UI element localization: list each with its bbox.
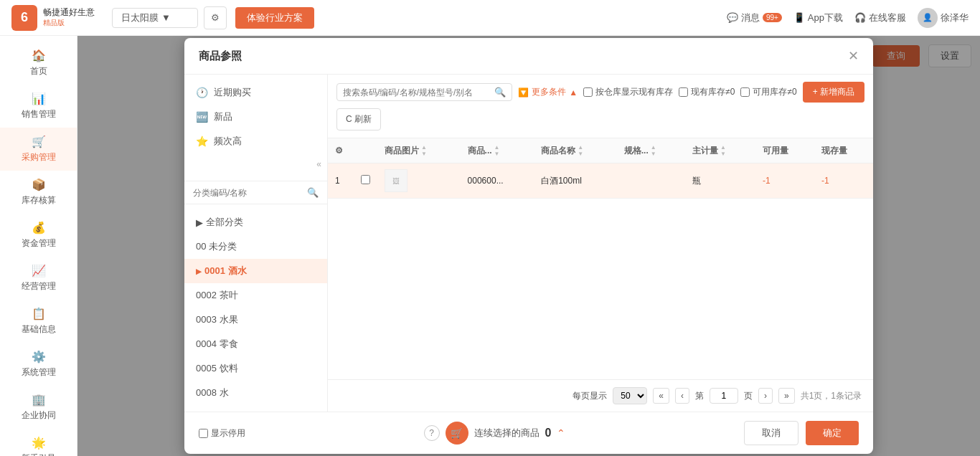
- category-list: ▶ 全部分类 00 未分类 ▶ 0001 酒水 0002 茶: [184, 204, 327, 412]
- sidebar-item-finance[interactable]: 💰 资金管理: [0, 214, 77, 257]
- cart-collapse-icon[interactable]: ⌃: [557, 427, 565, 439]
- th-code-label: 商品...: [468, 145, 492, 157]
- table-row[interactable]: 1 🖼: [328, 163, 873, 199]
- th-unit[interactable]: 主计量 ▲▼: [685, 138, 755, 163]
- last-page-btn[interactable]: »: [778, 388, 795, 404]
- show-disabled-checkbox-label[interactable]: 显示停用: [199, 427, 245, 440]
- row-num: 1: [328, 163, 354, 199]
- category-0003[interactable]: 0003 水果: [184, 308, 327, 332]
- nonzero-stock-checkbox-label[interactable]: 现有库存≠0: [679, 86, 735, 98]
- category-0010[interactable]: 0010 家电: [184, 405, 327, 412]
- sidebar-item-label: 采购管理: [22, 151, 56, 163]
- sidebar-item-basics[interactable]: 📋 基础信息: [0, 300, 77, 343]
- category-0002[interactable]: 0002 茶叶: [184, 283, 327, 308]
- customer-service-btn[interactable]: 🎧 在线客服: [854, 11, 906, 24]
- category-00[interactable]: 00 未分类: [184, 234, 327, 259]
- show-disabled-checkbox[interactable]: [199, 429, 208, 438]
- available-stock-checkbox[interactable]: [740, 87, 750, 97]
- per-page-select[interactable]: 50: [613, 387, 647, 404]
- avatar: 👤: [918, 8, 938, 28]
- logo-sub: 精品版: [43, 18, 95, 28]
- product-search-input[interactable]: [343, 87, 490, 98]
- nonzero-stock-checkbox[interactable]: [679, 87, 688, 97]
- sort-arrows: ▲▼: [720, 144, 726, 157]
- add-product-button[interactable]: + 新增商品: [803, 82, 864, 103]
- cart-icon[interactable]: 🛒: [446, 422, 468, 445]
- sidebar-item-guide[interactable]: 🌟 新手引导: [0, 429, 77, 456]
- category-0004[interactable]: 0004 零食: [184, 332, 327, 356]
- filter-toggle-icon: ▲: [569, 87, 578, 98]
- category-0001[interactable]: ▶ 0001 酒水: [184, 259, 327, 283]
- th-name[interactable]: 商品名称 ▲▼: [534, 138, 617, 163]
- cancel-button[interactable]: 取消: [744, 421, 798, 445]
- experience-btn[interactable]: 体验行业方案: [235, 7, 314, 29]
- filter-label: 更多条件: [532, 86, 566, 98]
- th-check: [354, 138, 377, 163]
- category-label: 0002 茶叶: [196, 289, 238, 302]
- table-header: ⚙ 商品图片 ▲▼: [328, 138, 873, 163]
- th-settings[interactable]: ⚙: [328, 138, 354, 163]
- app-download-label: App下载: [808, 11, 843, 24]
- category-search-icon[interactable]: 🔍: [307, 187, 319, 198]
- left-panel-collapse-btn[interactable]: «: [305, 153, 327, 175]
- next-page-btn[interactable]: ›: [758, 388, 773, 404]
- th-name-label: 商品名称: [541, 145, 575, 157]
- category-search-input[interactable]: [193, 188, 303, 198]
- tab-new[interactable]: 🆕 新品: [184, 105, 327, 129]
- sidebar-item-sales[interactable]: 📊 销售管理: [0, 85, 77, 128]
- row-check[interactable]: [354, 163, 377, 199]
- tab-frequent[interactable]: ⭐ 频次高: [184, 129, 327, 153]
- page-number-input[interactable]: [710, 388, 738, 404]
- row-unit-value: 瓶: [692, 176, 701, 186]
- user-profile[interactable]: 👤 徐泽华: [918, 8, 969, 28]
- sort-arrows: ▲▼: [494, 144, 500, 157]
- th-spec-label: 规格...: [624, 145, 649, 157]
- tab-recent[interactable]: 🕐 近期购买: [184, 80, 327, 105]
- row-available-value: -1: [763, 176, 771, 186]
- app-download-icon: 📱: [793, 12, 805, 23]
- th-code[interactable]: 商品... ▲▼: [461, 138, 534, 163]
- warehouse-stock-checkbox-label[interactable]: 按仓库显示现有库存: [583, 86, 673, 98]
- sidebar-item-label: 经营管理: [22, 280, 56, 293]
- sales-icon: 📊: [32, 92, 46, 105]
- logo-text: 畅捷通好生意: [43, 7, 95, 19]
- sidebar-item-home[interactable]: 🏠 首页: [0, 42, 77, 85]
- sidebar-item-operations[interactable]: 📈 经营管理: [0, 257, 77, 300]
- message-btn[interactable]: 💬 消息 99+: [727, 11, 782, 24]
- prev-page-btn[interactable]: ‹: [675, 388, 689, 404]
- warehouse-stock-checkbox[interactable]: [583, 87, 593, 97]
- category-0008[interactable]: 0008 水: [184, 381, 327, 405]
- sidebar-item-system[interactable]: ⚙️ 系统管理: [0, 343, 77, 386]
- category-search: 🔍: [184, 181, 327, 204]
- footer-left: 显示停用: [199, 427, 245, 440]
- sidebar-item-inventory[interactable]: 📦 库存核算: [0, 171, 77, 214]
- filter-icon: 🔽: [518, 87, 529, 98]
- row-checkbox[interactable]: [361, 175, 370, 184]
- available-stock-checkbox-label[interactable]: 可用库存≠0: [740, 86, 796, 98]
- sidebar-item-label: 资金管理: [22, 237, 56, 250]
- search-icon[interactable]: 🔍: [494, 87, 506, 98]
- recent-icon: 🕐: [196, 87, 208, 98]
- category-label: 0001 酒水: [204, 265, 247, 277]
- sidebar-item-enterprise[interactable]: 🏢 企业协同: [0, 386, 77, 429]
- sidebar-item-purchase[interactable]: 🛒 采购管理: [0, 128, 77, 171]
- confirm-button[interactable]: 确定: [806, 421, 859, 445]
- modal-close-button[interactable]: ✕: [848, 48, 859, 64]
- sidebar-item-label: 系统管理: [22, 366, 56, 379]
- th-spec[interactable]: 规格... ▲▼: [617, 138, 685, 163]
- product-search-box: 🔍: [336, 83, 512, 101]
- username: 徐泽华: [941, 11, 969, 24]
- refresh-button[interactable]: C 刷新: [336, 108, 381, 130]
- active-arrow-icon: ▶: [196, 267, 202, 275]
- category-all[interactable]: ▶ 全部分类: [184, 210, 327, 234]
- category-0005[interactable]: 0005 饮料: [184, 356, 327, 381]
- company-selector[interactable]: 日太阳膜 ▼: [112, 8, 198, 28]
- first-page-btn[interactable]: «: [653, 388, 669, 404]
- pagination: 每页显示 50 « ‹ 第 页 › » 共1页，1条记录: [328, 379, 873, 412]
- settings-gear-icon[interactable]: ⚙: [204, 6, 227, 29]
- help-icon[interactable]: ?: [424, 425, 440, 441]
- headset-icon: 🎧: [854, 12, 866, 23]
- th-image[interactable]: 商品图片 ▲▼: [377, 138, 461, 163]
- more-filters-btn[interactable]: 🔽 更多条件 ▲: [518, 86, 578, 98]
- app-download-btn[interactable]: 📱 App下载: [793, 11, 843, 24]
